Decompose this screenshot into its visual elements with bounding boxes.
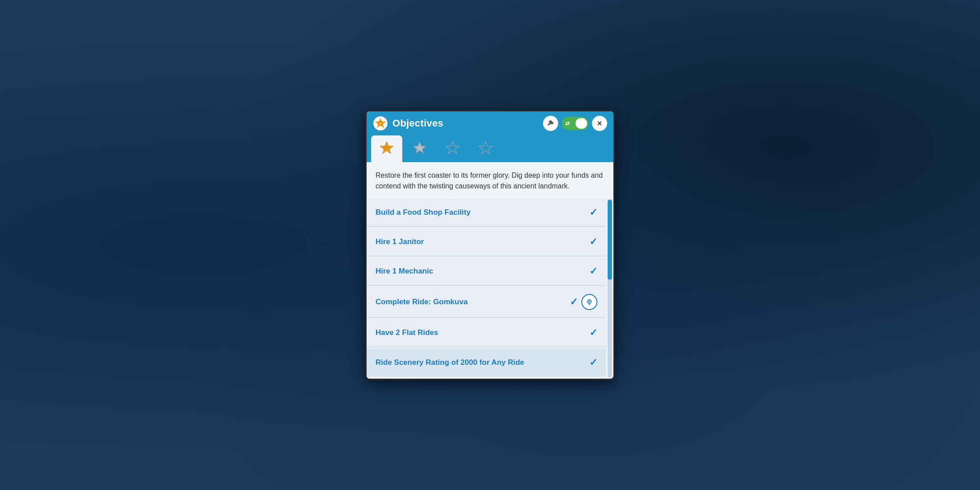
locate-button[interactable] xyxy=(581,294,597,310)
svg-text:✓: ✓ xyxy=(379,122,382,126)
tab-platinum[interactable] xyxy=(470,135,501,162)
tab-silver-icon xyxy=(412,140,428,158)
tab-platinum-icon xyxy=(478,140,494,158)
objective-label: Hire 1 Mechanic xyxy=(376,267,589,276)
objective-label: Have 2 Flat Rides xyxy=(376,328,589,337)
checkmark-icon: ✓ xyxy=(589,357,597,368)
objective-row: Build a Food Shop Facility ✓ xyxy=(367,199,606,227)
objective-label: Hire 1 Janitor xyxy=(376,237,589,246)
objective-row: Have 2 Flat Rides ✓ xyxy=(367,319,606,347)
content-area: Restore the first coaster to its former … xyxy=(367,162,613,379)
tab-bronze[interactable] xyxy=(371,135,402,162)
svg-point-11 xyxy=(589,301,590,302)
objective-row: Hire 1 Janitor ✓ xyxy=(367,228,606,257)
tab-gold[interactable] xyxy=(437,135,468,162)
checkmark-icon: ✓ xyxy=(589,265,597,277)
objective-actions: ✓ xyxy=(589,265,597,277)
objective-actions: ✓ xyxy=(589,327,597,339)
checkmark-icon: ✓ xyxy=(589,236,597,248)
objective-row: Ride Scenery Rating of 2000 for Any Ride… xyxy=(367,348,606,377)
scrollbar-track[interactable] xyxy=(608,200,612,378)
checkmark-icon: ✓ xyxy=(570,296,578,308)
objective-label: Ride Scenery Rating of 2000 for Any Ride xyxy=(376,358,589,367)
close-button[interactable]: × xyxy=(592,116,607,131)
title-controls: ⇄ × xyxy=(543,116,607,131)
checkmark-icon: ✓ xyxy=(589,207,597,218)
svg-point-6 xyxy=(384,145,390,151)
scrollbar-thumb[interactable] xyxy=(608,200,612,280)
title-bar: ✓ Objectives ⇄ × xyxy=(367,111,613,135)
svg-marker-7 xyxy=(413,142,426,154)
scenario-description: Restore the first coaster to its former … xyxy=(367,162,613,199)
toggle-arrows-icon: ⇄ xyxy=(565,120,570,127)
objective-actions: ✓ xyxy=(589,207,597,218)
objectives-container: Build a Food Shop Facility ✓ Hire 1 Jani… xyxy=(367,199,613,379)
objectives-list: Build a Food Shop Facility ✓ Hire 1 Jani… xyxy=(367,199,606,379)
tab-bronze-icon xyxy=(379,140,395,158)
toggle-button[interactable]: ⇄ xyxy=(562,117,588,130)
window-title: Objectives xyxy=(392,118,539,129)
toggle-thumb xyxy=(576,118,587,129)
title-icon: ✓ xyxy=(373,116,388,131)
svg-marker-8 xyxy=(446,142,459,154)
objective-label: Complete Ride: Gomkuva xyxy=(376,298,570,306)
locate-icon xyxy=(585,298,593,306)
svg-marker-9 xyxy=(479,142,492,154)
pin-button[interactable] xyxy=(543,116,558,131)
objective-actions: ✓ xyxy=(589,236,597,248)
objective-actions: ✓ xyxy=(589,357,597,368)
objectives-window: ✓ Objectives ⇄ × xyxy=(365,110,615,380)
pin-icon xyxy=(547,119,555,127)
objective-label: Build a Food Shop Facility xyxy=(376,208,589,217)
tabs-bar xyxy=(367,135,613,162)
objective-row: Hire 1 Mechanic ✓ xyxy=(367,257,606,286)
objective-row: Complete Ride: Gomkuva ✓ xyxy=(367,287,606,318)
checkmark-icon: ✓ xyxy=(589,327,597,339)
tab-gold-icon xyxy=(445,140,461,158)
objective-actions: ✓ xyxy=(570,294,597,310)
tab-silver[interactable] xyxy=(404,135,435,162)
